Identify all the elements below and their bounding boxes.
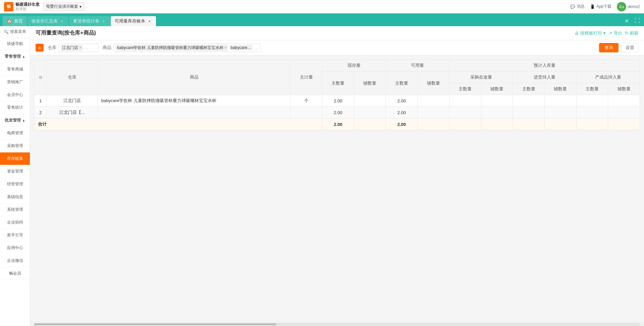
tab-home-label: 首页 [14,18,23,24]
sidebar-member-vip-label: 畅会员 [9,271,21,276]
sidebar-marketing-label: 营销推广 [7,79,23,85]
refresh-button[interactable]: ↻ 刷新 [625,30,639,36]
sidebar-finance-label: 资金管理 [7,169,23,174]
logo-text-area: 畅捷通好生意 标准版 [15,2,40,11]
product-filter-input[interactable]: babycare学饮杯 儿童防摔防撞吸管杯重力球吸嘴杯宝宝水杯 × babyca… [113,44,261,52]
sidebar-item-operations[interactable]: 经营管理 [0,178,30,191]
print-template-button[interactable]: 🖨 按模板打印 ▾ [575,30,606,36]
tab-available-inventory[interactable]: 可用量库存账本 × [111,16,156,26]
warehouse-tag-text: 江北门店 [62,45,78,51]
top-bar-left: 畅 畅捷通好生意 标准版 母婴行业演示账套 ▾ [4,2,85,11]
th-purchase-transit-group: 采购在途量 [449,72,513,83]
user-action[interactable]: Ea demo2 [617,2,640,11]
message-action[interactable]: 💬 消息 [570,4,585,9]
tab-receipt-summary-close[interactable]: × [60,19,64,24]
row1-product: babycare学饮杯 儿童防摔防撞吸管杯重力球吸嘴杯宝宝水杯 [98,95,290,107]
tab-available-inventory-close[interactable]: × [147,19,152,24]
sidebar-item-enterprise-wechat[interactable]: 企业微信 [0,254,30,267]
sidebar-item-quick-nav[interactable]: 快捷导航 [0,38,30,50]
row2-warehouse: 江北门店【... [47,107,98,119]
export-button[interactable]: ↗ 导出 [608,30,622,36]
summary-purchase-main [449,119,481,130]
tab-bar-actions: ✕ ⛶ [623,17,641,26]
sidebar-item-marketing[interactable]: 营销推广 [0,76,30,89]
sidebar-wholesale-mgmt-label: 批发管理 [5,118,21,123]
product-filter-tag2: babycare… [229,45,253,50]
sidebar-enterprise-wechat-label: 企业微信 [7,258,23,264]
th-product-pending-aux: 辅数量 [608,83,640,95]
sidebar-item-member-vip[interactable]: 畅会员 [0,267,30,280]
row1-current-aux [354,95,386,107]
tab-order-stats[interactable]: 要货单统计表 × [69,16,110,26]
tab-home[interactable]: 🏠 首页 [3,16,27,26]
warehouse-tag-close[interactable]: × [79,45,82,50]
logo-title: 畅捷通好生意 [15,2,40,7]
sidebar-retail-mall-label: 零售商城 [7,66,23,72]
sidebar-item-sys-mgmt[interactable]: 系统管理 [0,203,30,216]
warehouse-filter-more[interactable]: … [84,45,89,50]
filter-toggle[interactable]: » [36,44,44,52]
sidebar-item-retail-mall[interactable]: 零售商城 [0,63,30,76]
row2-current-aux [354,107,386,119]
th-incoming-main: 主数量 [513,83,545,95]
summary-purchase-aux [481,119,513,130]
page-title: 可用量查询(按仓库+商品) [36,30,96,40]
sidebar-item-app-center[interactable]: 应用中心 [0,242,30,254]
tab-available-inventory-label: 可用量库存账本 [115,18,145,24]
sidebar-retail-stats-label: 零售统计 [7,105,23,110]
sidebar-item-enterprise-collab[interactable]: 企业协同 [0,216,30,229]
sidebar-item-member-center[interactable]: 会员中心 [0,89,30,101]
tab-receipt-summary[interactable]: 收发存汇总表 × [28,16,68,26]
sidebar-item-retail-stats[interactable]: 零售统计 [0,101,30,114]
filter-bar: » 仓库 江北门店 × … 商品 babycare学饮杯 儿童防摔防撞吸管杯重力… [30,40,644,55]
sidebar-item-new-guide[interactable]: 新手引导 [0,229,30,242]
th-settings[interactable]: ⚙ [35,60,47,95]
sidebar-search[interactable]: 🔍 搜索菜单 [0,26,30,38]
row1-current-main: 2.00 [322,95,354,107]
th-planned-in-group: 预计入库量 [449,60,640,72]
search-button[interactable]: 查询 [599,43,619,52]
bottom-scrollbar[interactable] [30,322,644,326]
sidebar-inventory-label: 库存核算 [7,156,23,161]
sidebar-item-procurement[interactable]: 采购管理 [0,140,30,152]
row1-unit: 个 [290,95,322,107]
sidebar-item-base-info[interactable]: 基础信息 [0,191,30,203]
row2-incoming-main [513,107,545,119]
filter-actions: 查询 设置 [599,43,639,52]
row1-product-pending-main [576,95,608,107]
scrollbar-thumb[interactable] [34,323,276,325]
row2-product [98,107,290,119]
sidebar-quick-nav-label: 快捷导航 [7,41,23,47]
industry-selector[interactable]: 母婴行业演示账套 ▾ [43,2,85,11]
warehouse-filter-tag: 江北门店 × [61,45,83,51]
th-purchase-main: 主数量 [449,83,481,95]
expand-btn[interactable]: ⛶ [633,17,641,25]
app-download-label: App下载 [596,4,611,9]
logo-area: 畅 畅捷通好生意 标准版 [4,2,40,11]
sidebar-item-retail-mgmt[interactable]: 零售管理 ▲ [0,50,30,63]
sidebar-item-finance[interactable]: 资金管理 [0,165,30,178]
gear-icon[interactable]: ⚙ [39,75,43,80]
page-header-actions: 🖨 按模板打印 ▾ ↗ 导出 ↻ 刷新 [575,30,639,40]
scrollbar-track[interactable] [34,323,640,325]
product-filter-more[interactable]: … [254,45,258,50]
app-download-action[interactable]: 📱 App下载 [590,4,611,9]
sidebar-item-wholesale-mgmt[interactable]: 批发管理 ▲ [0,114,30,127]
table-row: 2 江北门店【... 2.00 2.00 [35,107,640,119]
tab-order-stats-close[interactable]: × [101,19,106,24]
summary-product-pending-aux [608,119,640,130]
close-tab-btn[interactable]: ✕ [623,17,631,25]
warehouse-filter-input[interactable]: 江北门店 × … [58,44,99,52]
sidebar-item-ecommerce[interactable]: 电商管理 [0,127,30,140]
warehouse-filter-label: 仓库 [48,45,56,51]
sidebar-operations-label: 经营管理 [7,181,23,187]
summary-available-aux [418,119,449,130]
sidebar-item-inventory[interactable]: 库存核算 [0,152,30,165]
row1-product-pending-aux [608,95,640,107]
settings-button[interactable]: 设置 [621,43,639,52]
product-tag1-close[interactable]: × [224,45,227,50]
th-current-stock-group: 现存量 [322,60,386,72]
row1-incoming-aux [544,95,576,107]
main-layout: 🔍 搜索菜单 快捷导航 零售管理 ▲ 零售商城 营销推广 会员中心 零售统计 批… [0,26,644,326]
sidebar-sys-mgmt-label: 系统管理 [7,207,23,213]
